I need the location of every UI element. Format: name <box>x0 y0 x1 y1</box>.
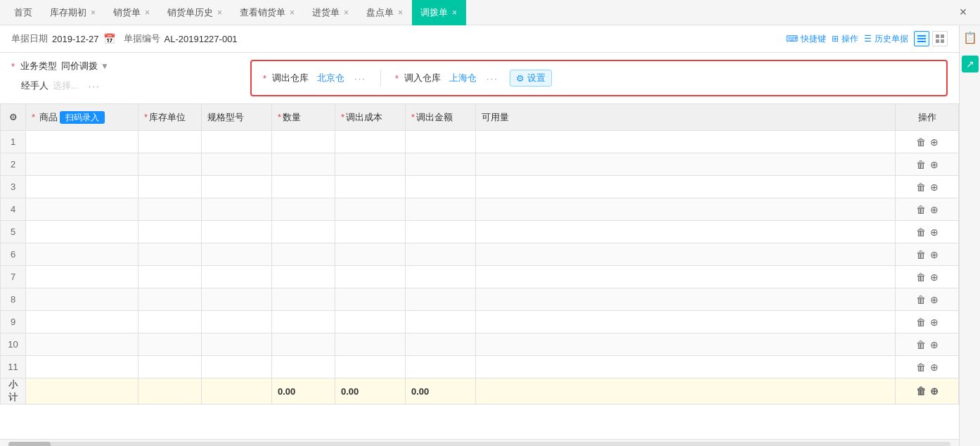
cell-goods[interactable] <box>26 311 138 333</box>
delete-row-icon[interactable]: 🗑 <box>916 249 926 260</box>
delete-row-icon[interactable]: 🗑 <box>916 362 926 373</box>
cell-spec[interactable] <box>202 288 272 311</box>
copy-row-icon[interactable]: ⊕ <box>930 204 939 215</box>
cell-unit[interactable] <box>138 333 202 356</box>
handler-more-icon[interactable]: ··· <box>89 81 101 91</box>
cell-spec[interactable] <box>202 176 272 198</box>
cell-unit[interactable] <box>138 153 202 176</box>
cell-goods[interactable] <box>26 243 138 266</box>
tab-close-purchase[interactable]: × <box>344 8 349 18</box>
cell-qty[interactable] <box>272 288 335 311</box>
side-export-icon[interactable]: ↗ <box>962 56 979 72</box>
cell-amount[interactable] <box>406 356 476 378</box>
cell-unit[interactable] <box>138 176 202 198</box>
tab-stocktaking[interactable]: 盘点单 × <box>358 0 412 25</box>
window-close-button[interactable]: × <box>952 1 974 24</box>
cell-unit[interactable] <box>138 131 202 153</box>
settings-col-icon[interactable]: ⚙ <box>9 112 18 122</box>
delete-row-icon[interactable]: 🗑 <box>916 272 926 283</box>
side-note-icon[interactable]: 📋 <box>963 31 977 44</box>
handler-select[interactable]: 选择... <box>53 79 79 92</box>
cell-spec[interactable] <box>202 153 272 176</box>
tab-view-sales[interactable]: 查看销货单 × <box>231 0 304 25</box>
cell-spec[interactable] <box>202 131 272 153</box>
cell-unit[interactable] <box>138 221 202 243</box>
cell-spec[interactable] <box>202 266 272 288</box>
cell-qty[interactable] <box>272 176 335 198</box>
cell-cost[interactable] <box>335 266 406 288</box>
warehouse-out-more-icon[interactable]: ··· <box>354 73 366 84</box>
list-view-button[interactable] <box>914 31 929 46</box>
tab-close-stocktaking[interactable]: × <box>398 8 403 18</box>
cell-spec[interactable] <box>202 243 272 266</box>
cell-cost[interactable] <box>335 356 406 378</box>
tab-close-view-sales[interactable]: × <box>290 8 295 18</box>
cell-spec[interactable] <box>202 198 272 221</box>
table-scroll-area[interactable]: ⚙ 商品 扫码录入 库存单位 规格型号 数量 调出成本 调出金额 <box>0 103 959 439</box>
cell-spec[interactable] <box>202 311 272 333</box>
cell-cost[interactable] <box>335 176 406 198</box>
settings-button[interactable]: ⚙ 设置 <box>510 70 552 87</box>
business-type-dropdown[interactable]: 同价调拨 ▼ <box>61 60 109 72</box>
copy-row-icon[interactable]: ⊕ <box>930 339 939 350</box>
delete-row-icon[interactable]: 🗑 <box>916 159 926 170</box>
cell-amount[interactable] <box>406 266 476 288</box>
tab-sales-order[interactable]: 销货单 × <box>105 0 159 25</box>
cell-cost[interactable] <box>335 198 406 221</box>
copy-row-icon[interactable]: ⊕ <box>930 362 939 373</box>
cell-cost[interactable] <box>335 288 406 311</box>
tab-close-inventory-init[interactable]: × <box>91 8 96 18</box>
tab-close-transfer[interactable]: × <box>452 8 457 18</box>
cell-goods[interactable] <box>26 356 138 378</box>
cell-unit[interactable] <box>138 288 202 311</box>
tab-home[interactable]: 首页 <box>6 0 41 25</box>
cell-amount[interactable] <box>406 288 476 311</box>
copy-row-icon[interactable]: ⊕ <box>930 159 939 170</box>
cell-unit[interactable] <box>138 266 202 288</box>
cell-amount[interactable] <box>406 243 476 266</box>
cell-amount[interactable] <box>406 198 476 221</box>
cell-amount[interactable] <box>406 221 476 243</box>
tab-purchase[interactable]: 进货单 × <box>304 0 358 25</box>
copy-row-icon[interactable]: ⊕ <box>930 136 939 148</box>
subtotal-delete-icon[interactable]: 🗑 <box>916 386 926 397</box>
grid-view-button[interactable] <box>932 31 948 46</box>
cell-qty[interactable] <box>272 153 335 176</box>
copy-row-icon[interactable]: ⊕ <box>930 181 939 193</box>
cell-cost[interactable] <box>335 243 406 266</box>
cell-qty[interactable] <box>272 356 335 378</box>
cell-amount[interactable] <box>406 333 476 356</box>
cell-amount[interactable] <box>406 131 476 153</box>
cell-goods[interactable] <box>26 266 138 288</box>
horizontal-scrollbar[interactable] <box>8 442 950 446</box>
cell-goods[interactable] <box>26 221 138 243</box>
operation-button[interactable]: ⊞ 操作 <box>832 33 858 45</box>
cell-amount[interactable] <box>406 176 476 198</box>
copy-row-icon[interactable]: ⊕ <box>930 317 939 328</box>
tab-transfer[interactable]: 调拨单 × <box>412 0 466 25</box>
copy-row-icon[interactable]: ⊕ <box>930 272 939 283</box>
cell-goods[interactable] <box>26 153 138 176</box>
cell-goods[interactable] <box>26 333 138 356</box>
cell-goods[interactable] <box>26 198 138 221</box>
tab-sales-history[interactable]: 销货单历史 × <box>159 0 231 25</box>
cell-goods[interactable] <box>26 131 138 153</box>
subtotal-copy-icon[interactable]: ⊕ <box>930 386 939 397</box>
cell-cost[interactable] <box>335 131 406 153</box>
delete-row-icon[interactable]: 🗑 <box>916 294 926 305</box>
cell-spec[interactable] <box>202 333 272 356</box>
cell-amount[interactable] <box>406 311 476 333</box>
cell-amount[interactable] <box>406 153 476 176</box>
delete-row-icon[interactable]: 🗑 <box>916 204 926 215</box>
scan-btn[interactable]: 扫码录入 <box>60 111 105 124</box>
tab-close-sales-order[interactable]: × <box>145 8 150 18</box>
delete-row-icon[interactable]: 🗑 <box>916 136 926 148</box>
tab-close-sales-history[interactable]: × <box>217 8 222 18</box>
copy-row-icon[interactable]: ⊕ <box>930 294 939 305</box>
calendar-icon[interactable]: 📅 <box>103 33 115 44</box>
cell-spec[interactable] <box>202 221 272 243</box>
cell-qty[interactable] <box>272 221 335 243</box>
cell-qty[interactable] <box>272 266 335 288</box>
delete-row-icon[interactable]: 🗑 <box>916 339 926 350</box>
cell-cost[interactable] <box>335 153 406 176</box>
